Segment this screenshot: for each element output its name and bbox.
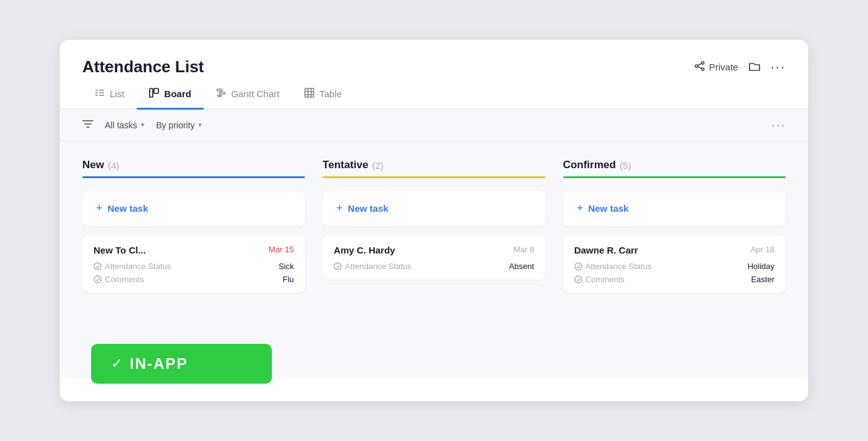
list-icon xyxy=(95,88,105,100)
in-app-label: IN-APP xyxy=(130,355,188,372)
column-title-tentative: Tentative xyxy=(322,159,368,171)
column-tentative: Tentative (2) + New task Amy C. Hardy Ma… xyxy=(314,159,554,361)
all-tasks-filter[interactable]: All tasks ▾ xyxy=(105,120,145,130)
filter-bar: All tasks ▾ By priority ▾ ··· xyxy=(60,109,808,141)
check-icon: ✓ xyxy=(111,356,122,372)
private-label: Private xyxy=(709,62,738,72)
column-new: New (4) + New task New To Cl... Mar 15 xyxy=(82,159,314,361)
field-value: Holiday xyxy=(748,262,774,271)
more-action[interactable]: ··· xyxy=(771,59,786,75)
task-field: Attendance Status Holiday xyxy=(574,262,774,271)
more-dots-icon: ··· xyxy=(771,59,786,75)
tab-gantt-label: Gantt Chart xyxy=(231,88,280,99)
column-count-new: (4) xyxy=(108,160,119,171)
task-card: Amy C. Hardy Mar 8 Attendance Status Abs… xyxy=(322,235,545,280)
table-icon xyxy=(304,88,314,100)
svg-point-26 xyxy=(334,263,341,270)
field-value: Sick xyxy=(279,262,294,271)
task-date: Apr 18 xyxy=(751,245,774,254)
column-title-confirmed: Confirmed xyxy=(563,159,616,171)
plus-icon: + xyxy=(577,202,584,215)
filter-more-action[interactable]: ··· xyxy=(771,118,786,132)
tab-table-label: Table xyxy=(319,88,342,99)
board-area: New (4) + New task New To Cl... Mar 15 xyxy=(60,141,808,378)
tab-board-label: Board xyxy=(164,88,191,99)
plus-icon: + xyxy=(336,202,343,215)
svg-point-24 xyxy=(94,263,101,270)
column-count-confirmed: (5) xyxy=(620,160,631,171)
tab-table[interactable]: Table xyxy=(292,88,354,108)
svg-point-27 xyxy=(575,263,582,270)
svg-rect-15 xyxy=(218,95,221,97)
svg-point-28 xyxy=(575,276,582,283)
column-line-confirmed xyxy=(563,176,786,178)
task-name: New To Cl... xyxy=(94,245,146,255)
svg-rect-13 xyxy=(217,89,222,91)
field-label: Comments xyxy=(94,275,144,284)
folder-action[interactable] xyxy=(748,60,761,74)
in-app-banner: ✓ IN-APP xyxy=(91,344,272,384)
field-label: Comments xyxy=(574,275,625,284)
field-label: Attendance Status xyxy=(94,262,171,271)
task-field: Attendance Status Sick xyxy=(94,262,294,271)
page-title: Attendance List xyxy=(82,57,204,77)
task-field: Comments Flu xyxy=(94,275,294,284)
column-count-tentative: (2) xyxy=(372,160,383,171)
column-line-new xyxy=(82,176,305,178)
app-window: Attendance List Private xyxy=(60,40,808,401)
more-dots-icon: ··· xyxy=(771,118,786,131)
column-confirmed: Confirmed (5) + New task Dawne R. Carr A… xyxy=(554,159,786,361)
header: Attendance List Private xyxy=(60,40,808,77)
task-card: Dawne R. Carr Apr 18 Attendance Status H… xyxy=(563,235,786,293)
column-title-new: New xyxy=(82,159,104,171)
share-icon xyxy=(694,60,705,74)
caret-down-icon: ▾ xyxy=(141,121,145,129)
column-line-tentative xyxy=(322,176,545,178)
svg-line-3 xyxy=(698,64,702,65)
column-header-new: New (4) xyxy=(82,159,305,184)
share-action[interactable]: Private xyxy=(694,60,738,74)
task-field: Attendance Status Absent xyxy=(334,262,534,271)
svg-rect-14 xyxy=(219,92,225,94)
tab-board[interactable]: Board xyxy=(137,88,203,108)
folder-icon xyxy=(748,60,761,74)
task-name: Dawne R. Carr xyxy=(574,245,639,255)
priority-filter[interactable]: By priority ▾ xyxy=(156,120,202,130)
filter-left: All tasks ▾ By priority ▾ xyxy=(82,119,202,131)
svg-rect-16 xyxy=(305,88,314,97)
task-field: Comments Easter xyxy=(574,275,774,284)
caret-down-icon: ▾ xyxy=(198,121,202,129)
gantt-icon xyxy=(216,88,226,100)
all-tasks-label: All tasks xyxy=(105,120,137,130)
tab-list[interactable]: List xyxy=(82,88,137,108)
task-date: Mar 8 xyxy=(513,245,534,254)
field-label: Attendance Status xyxy=(334,262,411,271)
task-date: Mar 15 xyxy=(269,245,294,254)
filter-icon xyxy=(82,119,94,131)
board-icon xyxy=(149,88,159,100)
svg-rect-11 xyxy=(150,88,153,97)
task-name: Amy C. Hardy xyxy=(334,245,395,255)
new-task-label: New task xyxy=(108,203,148,214)
field-value: Flu xyxy=(282,275,294,284)
column-header-confirmed: Confirmed (5) xyxy=(563,159,786,184)
field-value: Absent xyxy=(509,262,534,271)
new-task-button-confirmed[interactable]: + New task xyxy=(563,191,786,226)
plus-icon: + xyxy=(96,202,103,215)
svg-point-25 xyxy=(94,276,101,283)
priority-label: By priority xyxy=(156,120,195,130)
task-card: New To Cl... Mar 15 Attendance Status Si… xyxy=(82,235,305,293)
tab-list-label: List xyxy=(110,88,124,99)
field-label: Attendance Status xyxy=(574,262,652,271)
new-task-label: New task xyxy=(588,203,629,214)
header-actions: Private ··· xyxy=(694,59,786,75)
svg-line-4 xyxy=(698,67,702,69)
field-value: Easter xyxy=(751,275,774,284)
column-header-tentative: Tentative (2) xyxy=(322,159,545,184)
tabs-bar: List Board Gantt Chart xyxy=(60,77,808,109)
new-task-label: New task xyxy=(348,203,388,214)
new-task-button-new[interactable]: + New task xyxy=(82,191,305,226)
svg-rect-12 xyxy=(154,88,158,93)
new-task-button-tentative[interactable]: + New task xyxy=(322,191,545,226)
tab-gantt[interactable]: Gantt Chart xyxy=(204,88,292,108)
